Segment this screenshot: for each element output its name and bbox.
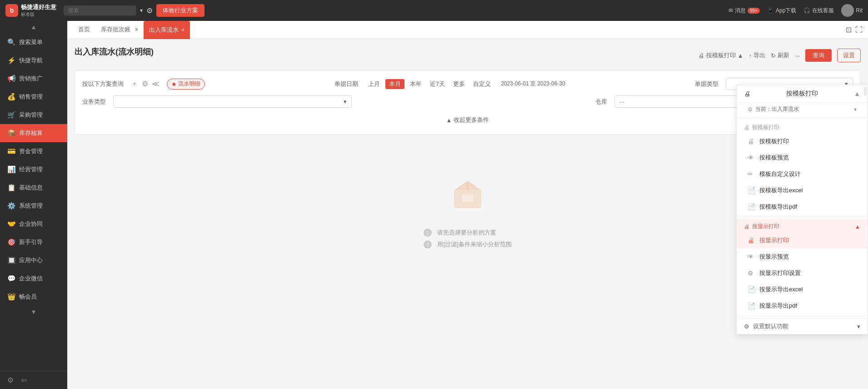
sidebar-item-label: 采购管理 bbox=[19, 111, 43, 119]
dropdown-display-export-excel[interactable]: 📄 按显示导出excel bbox=[737, 281, 868, 298]
header-search-input[interactable] bbox=[64, 5, 136, 15]
search-icon: 🔍 bbox=[7, 38, 15, 46]
dropdown-title: 按模板打印 bbox=[786, 90, 818, 98]
dropdown-display-print[interactable]: 🖨 按显示打印 bbox=[737, 232, 868, 249]
sidebar-bottom: ⚙ ⇦ bbox=[0, 371, 67, 389]
sidebar-item-finance[interactable]: 💳 资金管理 bbox=[0, 142, 67, 160]
export-btn[interactable]: ↑ 导出 bbox=[749, 51, 766, 60]
date-filter-label: 单据日期 bbox=[334, 80, 358, 88]
industry-btn[interactable]: 体验行业方案 bbox=[156, 4, 205, 17]
filter-tag[interactable]: ● 流水明细 bbox=[167, 79, 205, 90]
settings-bottom-icon[interactable]: ⚙ bbox=[7, 376, 14, 384]
dropdown-template-section: 🖨 按模板打印 bbox=[737, 120, 868, 133]
tab-home-label: 首页 bbox=[78, 25, 90, 34]
app-download-item[interactable]: 📱 App下载 bbox=[767, 7, 796, 15]
empty-illustration bbox=[445, 167, 490, 213]
dropdown-chevron-up[interactable]: ▲ bbox=[854, 90, 860, 97]
message-item[interactable]: ✉ 消息 99+ bbox=[728, 7, 760, 15]
tab-inventory-flow-close[interactable]: × bbox=[181, 27, 185, 33]
online-service-item[interactable]: 🎧 在线客服 bbox=[803, 7, 834, 15]
sidebar-item-purchase[interactable]: 🛒 采购管理 bbox=[0, 106, 67, 124]
sidebar-item-operations[interactable]: 📊 经营管理 bbox=[0, 160, 67, 179]
sidebar-scroll-up[interactable]: ▲ bbox=[0, 21, 67, 33]
sidebar-item-search[interactable]: 🔍 搜索菜单 bbox=[0, 33, 67, 51]
sidebar-item-app-center[interactable]: 🔲 应用中心 bbox=[0, 251, 67, 269]
sidebar-item-guide[interactable]: 🎯 新手引导 bbox=[0, 233, 67, 251]
tab-bar: 首页 库存批次账 × 出入库流水 × ⊡ ⛶ bbox=[67, 21, 868, 39]
dropdown-footer[interactable]: ⚙ 设置默认功能 ▾ bbox=[737, 318, 868, 334]
sidebar-item-label: 经营管理 bbox=[19, 165, 43, 174]
tab-bar-actions: ⊡ ⛶ bbox=[846, 25, 863, 34]
filter-actions: ＋ ⚙ ≪ bbox=[131, 79, 160, 89]
dropdown-template-print[interactable]: 🖨 按模板打印 bbox=[737, 133, 868, 150]
tab-batch-account[interactable]: 库存批次账 × bbox=[95, 21, 144, 39]
display-preview-icon: 👁 bbox=[748, 253, 755, 260]
display-print-settings-label: 按显示打印设置 bbox=[759, 269, 801, 277]
sidebar-item-system[interactable]: ⚙️ 系统管理 bbox=[0, 197, 67, 215]
sidebar-item-label: 资金管理 bbox=[19, 147, 43, 155]
system-icon: ⚙️ bbox=[7, 202, 15, 210]
dropdown-display-print-settings[interactable]: ⚙ 按显示打印设置 bbox=[737, 265, 868, 281]
date-btn-this-year[interactable]: 本年 bbox=[407, 79, 424, 89]
dropdown-template-export-pdf[interactable]: 📄 按模板导出pdf bbox=[737, 199, 868, 215]
add-filter-btn[interactable]: ＋ bbox=[131, 79, 138, 89]
basic-icon: 📋 bbox=[7, 184, 15, 192]
print-template-btn[interactable]: 🖨 按模板打印 ▲ bbox=[698, 51, 743, 60]
date-btn-7days[interactable]: 近7天 bbox=[427, 79, 448, 89]
query-btn[interactable]: 查询 bbox=[805, 49, 832, 62]
sidebar-item-basic[interactable]: 📋 基础信息 bbox=[0, 179, 67, 197]
user-item[interactable]: Rit bbox=[841, 4, 863, 17]
tab-batch-account-close[interactable]: × bbox=[135, 26, 138, 33]
dropdown-template-custom[interactable]: ✏ 模板自定义设计 bbox=[737, 166, 868, 182]
more-options-btn[interactable]: ··· bbox=[795, 52, 800, 59]
dropdown-display-export-pdf[interactable]: 📄 按显示导出pdf bbox=[737, 298, 868, 314]
template-pdf-icon: 📄 bbox=[748, 203, 755, 210]
settings-filter-btn[interactable]: ⚙ bbox=[142, 80, 148, 88]
sidebar-item-wechat[interactable]: 💬 企业微信 bbox=[0, 269, 67, 288]
dropdown-divider-3 bbox=[737, 316, 868, 316]
empty-hint-1: 1 请先选择要分析的方案 bbox=[424, 229, 496, 237]
purchase-icon: 🛒 bbox=[7, 111, 15, 119]
date-btn-this-month[interactable]: 本月 bbox=[385, 79, 404, 89]
sidebar-item-label: 销售管理 bbox=[19, 93, 43, 101]
footer-chevron: ▾ bbox=[857, 323, 860, 330]
sidebar-scroll-down[interactable]: ▼ bbox=[0, 306, 67, 318]
tab-home[interactable]: 首页 bbox=[73, 21, 95, 39]
inventory-icon: 📦 bbox=[7, 129, 15, 137]
scroll-thumb-top bbox=[864, 87, 867, 96]
header-gear-icon[interactable]: ⚙ bbox=[146, 6, 153, 15]
sidebar-item-inventory[interactable]: 📦 库存核算 bbox=[0, 124, 67, 142]
collapse-filter-btn[interactable]: ≪ bbox=[152, 80, 160, 88]
header-search-dropdown[interactable]: ▾ bbox=[140, 7, 143, 14]
logo-area: b 畅捷通好生意 标准版 bbox=[5, 3, 60, 18]
page-content: 出入库流水(流水明细) 🖨 按模板打印 ▲ ↑ 导出 ↻ 刷新 bbox=[67, 39, 868, 389]
sidebar-item-enterprise[interactable]: 🤝 企业协同 bbox=[0, 215, 67, 233]
date-btn-more[interactable]: 更多 bbox=[450, 79, 468, 89]
app-version: 标准版 bbox=[21, 11, 56, 18]
date-btn-last-month[interactable]: 上月 bbox=[365, 79, 383, 89]
quick-nav-icon: ⚡ bbox=[7, 56, 15, 65]
sidebar-item-marketing[interactable]: 📢 营销推广 bbox=[0, 70, 67, 88]
settings-btn[interactable]: 设置 bbox=[837, 49, 861, 62]
sidebar-item-label: 应用中心 bbox=[19, 256, 43, 264]
sidebar-item-sales[interactable]: 💰 销售管理 bbox=[0, 88, 67, 106]
template-export-excel-label: 按模板导出excel bbox=[759, 186, 803, 194]
tab-maximize-btn[interactable]: ⛶ bbox=[855, 25, 863, 34]
empty-icon bbox=[445, 167, 490, 221]
tab-restore-btn[interactable]: ⊡ bbox=[846, 25, 852, 34]
sidebar-item-quick-nav[interactable]: ⚡ 快捷导航 bbox=[0, 51, 67, 70]
dropdown-template-preview[interactable]: 👁 按模板预览 bbox=[737, 150, 868, 166]
dropdown-template-export-excel[interactable]: 📄 按模板导出excel bbox=[737, 182, 868, 199]
dropdown-display-preview[interactable]: 👁 按显示预览 bbox=[737, 249, 868, 265]
finance-icon: 💳 bbox=[7, 147, 15, 155]
biz-filter-select[interactable]: ▾ bbox=[113, 95, 352, 108]
collapse-sidebar-icon[interactable]: ⇦ bbox=[21, 376, 27, 384]
sidebar-item-vip[interactable]: 👑 畅会员 bbox=[0, 288, 67, 306]
hint2-num: 2 bbox=[424, 240, 432, 249]
date-btn-custom[interactable]: 自定义 bbox=[470, 79, 494, 89]
app-download-label: App下载 bbox=[776, 7, 796, 15]
tab-inventory-flow[interactable]: 出入库流水 × bbox=[144, 21, 190, 39]
refresh-btn[interactable]: ↻ 刷新 bbox=[771, 51, 789, 60]
refresh-icon: ↻ bbox=[771, 52, 776, 59]
warehouse-filter-value: ··· bbox=[619, 98, 624, 105]
